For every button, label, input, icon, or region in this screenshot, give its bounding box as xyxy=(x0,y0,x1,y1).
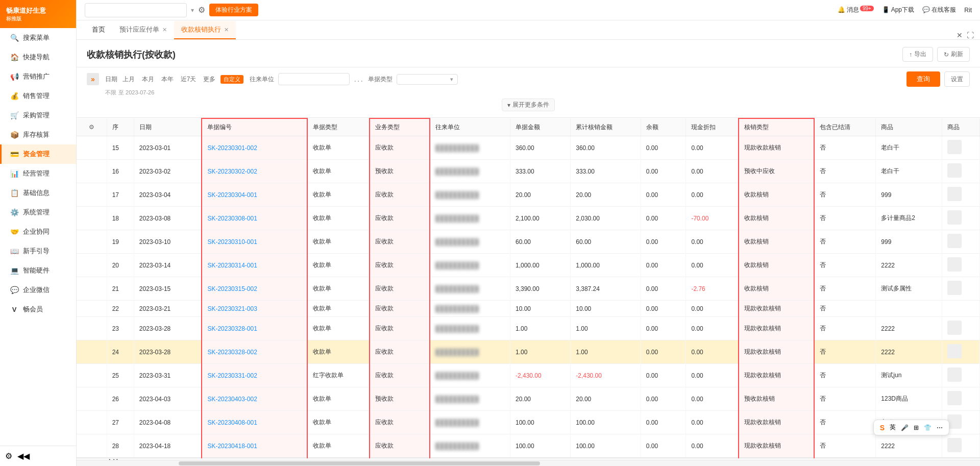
tab-pending[interactable]: 预计应应付单 ✕ xyxy=(112,21,174,39)
sidebar-item-search[interactable]: 🔍 搜索菜单 xyxy=(0,28,76,47)
doc-no-link[interactable]: SK-20230418-001 xyxy=(207,443,257,450)
expand-more-button[interactable]: ▾ 展开更多条件 xyxy=(502,99,555,111)
doc-no-link[interactable]: SK-20230328-002 xyxy=(207,349,257,356)
row-cum-writeoff: 333.00 xyxy=(571,160,641,183)
row-gear[interactable] xyxy=(77,277,107,301)
scrollbar-area[interactable] xyxy=(77,460,980,466)
row-gear[interactable] xyxy=(77,340,107,364)
doc-no-link[interactable]: SK-20230315-002 xyxy=(207,285,257,292)
sidebar-item-member[interactable]: V 畅会员 xyxy=(0,300,76,319)
partner-blurred: ██████████ xyxy=(435,396,479,403)
doc-no-link[interactable]: SK-20230308-001 xyxy=(207,215,257,222)
doc-no-link[interactable]: SK-20230301-002 xyxy=(207,144,257,152)
message-icon[interactable]: 🔔 消息99+ xyxy=(838,6,874,14)
row-gear[interactable] xyxy=(77,160,107,183)
ime-grid-icon[interactable]: ⊞ xyxy=(914,424,919,431)
doc-no-link[interactable]: SK-20230403-002 xyxy=(207,396,257,403)
table-row: 17 2023-03-04 SK-20230304-001 收款单 应收款 ██… xyxy=(77,183,980,207)
sidebar-item-system[interactable]: ⚙️ 系统管理 xyxy=(0,203,76,222)
collapse-icon[interactable]: ◀◀ xyxy=(17,451,30,461)
row-gear[interactable] xyxy=(77,317,107,340)
col-writeoff-type: 核销类型 xyxy=(739,118,814,136)
row-gear[interactable] xyxy=(77,207,107,230)
sidebar-item-finance[interactable]: 💳 资金管理 xyxy=(0,144,76,164)
product-thumbnail xyxy=(947,187,962,201)
settings-icon[interactable]: ⚙ xyxy=(5,451,12,461)
sidebar-item-purchase[interactable]: 🛒 采购管理 xyxy=(0,106,76,125)
sidebar-item-operations[interactable]: 📊 经营管理 xyxy=(0,164,76,183)
row-gear[interactable] xyxy=(77,230,107,254)
sidebar-item-marketing[interactable]: 📢 营销推广 xyxy=(0,67,76,86)
setting-button[interactable]: 设置 xyxy=(944,71,970,87)
ime-mic-icon[interactable]: 🎤 xyxy=(901,424,909,431)
filter-custom-btn[interactable]: 自定义 xyxy=(220,75,243,84)
filter-doc-type-select[interactable]: ▾ xyxy=(397,74,458,85)
sidebar-item-quicknav[interactable]: 🏠 快捷导航 xyxy=(0,47,76,67)
sidebar-item-basic[interactable]: 📋 基础信息 xyxy=(0,183,76,203)
row-gear[interactable] xyxy=(77,434,107,458)
doc-no-link[interactable]: SK-20230321-003 xyxy=(207,305,257,312)
table-wrap[interactable]: ⚙ 序 日期 单据编号 单据类型 业务类型 往来单位 单据金额 累计核销金额 余… xyxy=(77,118,980,460)
filter-last7days-btn[interactable]: 近7天 xyxy=(179,74,199,85)
refresh-button[interactable]: ↻ 刷新 xyxy=(937,47,970,62)
topbar-right: 🔔 消息99+ 📱 App下载 💬 在线客服 Rit xyxy=(838,6,972,14)
row-product: 老白干 xyxy=(876,136,942,160)
sidebar-item-inventory[interactable]: 📦 库存核算 xyxy=(0,125,76,144)
filter-partner-input[interactable] xyxy=(278,73,350,85)
tab-home[interactable]: 首页 xyxy=(85,21,112,39)
doc-no-link[interactable]: SK-20230310-001 xyxy=(207,238,257,246)
sidebar-item-sales[interactable]: 💰 销售管理 xyxy=(0,86,76,106)
sidebar-item-wechat[interactable]: 💬 企业微信 xyxy=(0,280,76,300)
online-service-link[interactable]: 💬 在线客服 xyxy=(922,6,956,14)
row-include-settled: 否 xyxy=(814,183,876,207)
filter-this-month-btn[interactable]: 本月 xyxy=(140,74,156,85)
row-cum-writeoff: 1,000.00 xyxy=(571,254,641,277)
ime-more-icon[interactable]: ⋯ xyxy=(937,424,943,431)
topbar-gear-icon[interactable]: ⚙ xyxy=(198,5,205,15)
filter-more-conditions-icon[interactable]: ... xyxy=(354,75,363,84)
topbar-chevron-icon[interactable]: ▾ xyxy=(191,7,194,14)
tab-collection[interactable]: 收款核销执行 ✕ xyxy=(174,21,236,39)
row-writeoff-type: 现款收款核销 xyxy=(739,364,814,387)
doc-no-link[interactable]: SK-20230328-001 xyxy=(207,325,257,332)
filter-last-month-btn[interactable]: 上月 xyxy=(120,74,137,85)
row-cash-discount: 0.00 xyxy=(686,136,739,160)
row-gear[interactable] xyxy=(77,183,107,207)
row-include-settled: 否 xyxy=(814,254,876,277)
industry-solution-button[interactable]: 体验行业方案 xyxy=(209,4,258,16)
doc-no-link[interactable]: SK-20230408-001 xyxy=(207,419,257,426)
doc-no-link[interactable]: SK-20230331-002 xyxy=(207,372,257,379)
horizontal-scrollbar[interactable] xyxy=(179,461,540,465)
filter-toggle-button[interactable]: » xyxy=(87,73,99,85)
tab-expand-icon[interactable]: ⛶ xyxy=(967,31,974,39)
doc-no-link[interactable]: SK-20230314-001 xyxy=(207,262,257,269)
ime-shirt-icon[interactable]: 👕 xyxy=(924,424,932,431)
doc-no-link[interactable]: SK-20230304-001 xyxy=(207,191,257,199)
row-gear[interactable] xyxy=(77,387,107,411)
sidebar-item-enterprise[interactable]: 🤝 企业协同 xyxy=(0,222,76,241)
row-gear[interactable] xyxy=(77,364,107,387)
sidebar-item-guide[interactable]: 📖 新手引导 xyxy=(0,241,76,261)
row-doc-amount: 100.00 xyxy=(510,434,570,458)
tab-collection-close[interactable]: ✕ xyxy=(224,27,229,33)
row-gear[interactable] xyxy=(77,254,107,277)
filter-more-btn[interactable]: 更多 xyxy=(201,74,217,85)
row-gear[interactable] xyxy=(77,301,107,317)
row-date: 2023-04-08 xyxy=(134,411,202,434)
app-download-link[interactable]: 📱 App下载 xyxy=(882,6,914,14)
col-gear[interactable]: ⚙ xyxy=(77,118,107,136)
topbar-search-input[interactable] xyxy=(85,3,187,17)
tab-close-all-icon[interactable]: ✕ xyxy=(957,31,963,39)
row-gear[interactable] xyxy=(77,136,107,160)
row-date: 2023-03-01 xyxy=(134,136,202,160)
row-gear[interactable] xyxy=(77,411,107,434)
export-button[interactable]: ↑ 导出 xyxy=(902,47,933,62)
filter-this-year-btn[interactable]: 本年 xyxy=(159,74,176,85)
sidebar-item-hardware[interactable]: 💻 智能硬件 xyxy=(0,261,76,280)
row-biz-type: 预收款 xyxy=(370,387,430,411)
query-button[interactable]: 查询 xyxy=(906,71,940,87)
row-doc-amount: 100.00 xyxy=(510,411,570,434)
tab-pending-close[interactable]: ✕ xyxy=(162,27,167,33)
doc-no-link[interactable]: SK-20230302-002 xyxy=(207,168,257,175)
row-doc-no: SK-20230403-002 xyxy=(202,387,307,411)
